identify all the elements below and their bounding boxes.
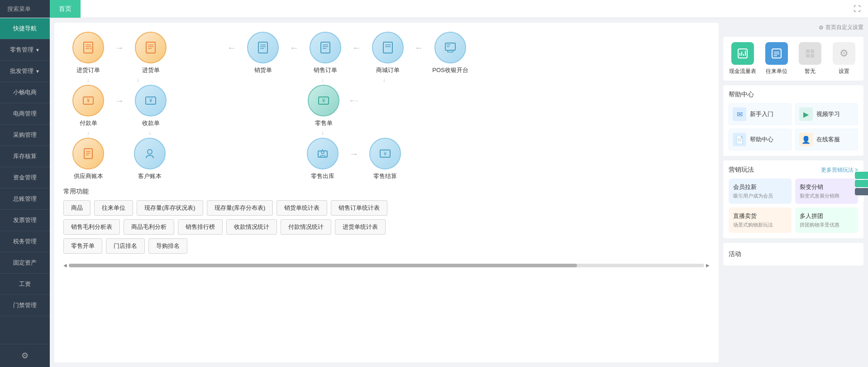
help-grid: ✉ 新手入门 ▶ 视频学习 📄 帮助中心 👤 在线客服 xyxy=(729,103,858,150)
sidebar-item-finance[interactable]: 资金管理 xyxy=(0,167,50,188)
sidebar-item-purchase[interactable]: 采购管理 xyxy=(0,125,50,146)
customize-bar[interactable]: ⚙ 首页自定义设置 xyxy=(723,23,863,32)
float-btn-service[interactable]: 客服热线 xyxy=(855,172,868,179)
spacer-da2 xyxy=(175,76,224,83)
flow-row-3: 供应商账本 客户账本 xyxy=(63,138,710,180)
flow-node-retail-out[interactable]: 零售出库 xyxy=(298,138,348,180)
sidebar-item-inventory[interactable]: 库存核算 xyxy=(0,146,50,167)
common-functions-title: 常用功能 xyxy=(63,188,710,196)
sales-order-icon xyxy=(310,32,341,63)
func-btn-stock-status[interactable]: 现存量(库存状况表) xyxy=(137,200,203,216)
sidebar-gear-icon[interactable]: ⚙ xyxy=(0,344,50,367)
sidebar-item-retail[interactable]: 零售管理 ▼ xyxy=(0,39,50,61)
main-layout: 快捷导航 零售管理 ▼ 批发管理 ▼ 小畅电商 电商管理 采购管理 库存核算 资 xyxy=(0,18,868,367)
flow-node-customer-book[interactable]: 客户账本 xyxy=(125,138,175,180)
tab-home[interactable]: 首页 xyxy=(50,0,81,18)
flow-node-purchase-bill[interactable]: 进货单 xyxy=(126,32,176,74)
flow-node-retail-bill[interactable]: ¥ 零售单 xyxy=(299,85,348,127)
quick-icon-settings[interactable]: ⚙ 设置 xyxy=(830,42,858,75)
func-btn-order-stat[interactable]: 销售订单统计表 xyxy=(331,200,387,216)
help-item-beginner[interactable]: ✉ 新手入门 xyxy=(729,103,792,125)
customize-label: 首页自定义设置 xyxy=(825,24,863,31)
fullscreen-icon[interactable]: ⛶ xyxy=(854,5,861,13)
sidebar-item-invoice[interactable]: 发票管理 xyxy=(0,210,50,231)
spacer-da4 xyxy=(236,76,286,83)
activity-section: 活动 xyxy=(723,243,863,266)
quick-icon-cashflow[interactable]: 现金流量表 xyxy=(729,42,757,75)
payment-label: 付款单 xyxy=(80,119,97,127)
flow-node-retail-settle[interactable]: ¥ 零售结算 xyxy=(360,138,410,180)
sidebar-item-wholesale[interactable]: 批发管理 ▼ xyxy=(0,61,50,82)
svg-rect-34 xyxy=(318,151,327,157)
receipt-icon: ¥ xyxy=(135,85,167,116)
scrollbar: ◀ ▶ xyxy=(63,263,710,268)
sidebar-item-tax[interactable]: 税务管理 xyxy=(0,231,50,252)
dashed-connector: ←· xyxy=(348,96,360,106)
marketing-header: 营销玩法 更多营销玩法 > xyxy=(729,166,858,174)
func-btn-sales-rank[interactable]: 销售排行榜 xyxy=(178,219,223,235)
scroll-right-btn[interactable]: ▶ xyxy=(706,263,710,268)
purchase-bill-label: 进货单 xyxy=(142,66,160,74)
func-btn-purchase-stat[interactable]: 进货单统计表 xyxy=(335,219,386,235)
float-btn-community[interactable]: 服务社区 xyxy=(855,180,868,187)
marketing-grid: 会员拉新 吸引用户成为会员 裂变分销 裂变式发展分销商 直播卖货 场景式购物新玩… xyxy=(729,179,858,233)
payment-icon: ¥ xyxy=(72,85,104,116)
func-btn-goods[interactable]: 商品 xyxy=(63,200,91,216)
sidebar-item-label: 采购管理 xyxy=(13,131,37,139)
flow-node-purchase-order[interactable]: 进货订单 xyxy=(63,32,113,74)
help-label: 帮助中心 xyxy=(750,135,773,144)
func-btn-goods-gross[interactable]: 商品毛利分析 xyxy=(124,219,174,235)
mall-order-label: 商城订单 xyxy=(376,66,400,74)
sidebar-item-xiaochange[interactable]: 小畅电商 xyxy=(0,82,50,103)
content-area: 进货订单 → 进货单 → xyxy=(50,18,868,367)
flow-node-mall-order[interactable]: 商城订单 xyxy=(363,32,413,74)
func-btn-stock-dist[interactable]: 现存量(库存分布表) xyxy=(207,200,273,216)
sidebar-item-ledger[interactable]: 总账管理 xyxy=(0,188,50,210)
marketing-more[interactable]: 更多营销玩法 > xyxy=(821,166,858,174)
spacer8 xyxy=(359,129,409,136)
func-btn-retail-order[interactable]: 零售开单 xyxy=(63,238,102,254)
group-title: 多人拼团 xyxy=(800,212,854,220)
marketing-member[interactable]: 会员拉新 吸引用户成为会员 xyxy=(729,179,792,204)
sidebar-item-assets[interactable]: 固定资产 xyxy=(0,252,50,274)
flow-node-supplier-book[interactable]: 供应商账本 xyxy=(63,138,113,180)
spacer5 xyxy=(236,129,286,136)
quick-icon-none[interactable]: 暂无 xyxy=(796,42,825,75)
gear-settings-icon: ⚙ xyxy=(819,24,824,31)
member-title: 会员拉新 xyxy=(733,183,787,191)
arrow-left-1: → xyxy=(227,43,236,53)
func-btn-receipt-stat[interactable]: 收款情况统计 xyxy=(226,219,277,235)
sidebar-item-ecom[interactable]: 电商管理 xyxy=(0,103,50,125)
sidebar-item-salary[interactable]: 工资 xyxy=(0,274,50,295)
help-item-video[interactable]: ▶ 视频学习 xyxy=(795,103,858,125)
quick-icon-counterparts[interactable]: 往来单位 xyxy=(763,42,791,75)
sidebar-item-label: 资金管理 xyxy=(13,174,37,182)
float-btn-desktop[interactable]: 桌面快捷 xyxy=(855,188,868,195)
marketing-group[interactable]: 多人拼团 拼团购物享受优惠 xyxy=(795,208,858,233)
help-item-service[interactable]: 👤 在线客服 xyxy=(795,129,858,150)
flow-node-sales-bill[interactable]: 销货单 xyxy=(238,32,288,74)
func-btn-sales-stat[interactable]: 销货单统计表 xyxy=(277,200,327,216)
sales-bill-label: 销货单 xyxy=(254,66,272,74)
sidebar-item-label: 工资 xyxy=(19,280,31,288)
flow-node-receipt[interactable]: ¥ 收款单 xyxy=(126,85,176,127)
flow-node-pos[interactable]: POS收银开台 xyxy=(425,32,475,74)
scroll-left-btn[interactable]: ◀ xyxy=(63,263,67,268)
flow-node-sales-order[interactable]: 销售订单 xyxy=(300,32,350,74)
supplier-book-icon xyxy=(72,138,104,169)
func-btn-counterparts[interactable]: 往来单位 xyxy=(94,200,133,216)
scroll-track[interactable] xyxy=(69,264,704,267)
marketing-fission[interactable]: 裂变分销 裂变式发展分销商 xyxy=(795,179,858,204)
func-btn-store-rank[interactable]: 门店排名 xyxy=(106,238,145,254)
help-item-help[interactable]: 📄 帮助中心 xyxy=(729,129,792,150)
sidebar-item-access[interactable]: 门禁管理 xyxy=(0,295,50,316)
sidebar-item-quicknav[interactable]: 快捷导航 xyxy=(0,18,50,39)
func-btn-sales-gross[interactable]: 销售毛利分析表 xyxy=(63,219,120,235)
customer-book-label: 客户账本 xyxy=(138,172,162,180)
func-btn-payment-stat[interactable]: 付款情况统计 xyxy=(281,219,331,235)
customer-book-icon xyxy=(134,138,166,169)
func-btn-guide-rank[interactable]: 导购排名 xyxy=(148,238,187,254)
marketing-live[interactable]: 直播卖货 场景式购物新玩法 xyxy=(729,208,792,233)
flow-node-payment[interactable]: ¥ 付款单 xyxy=(63,85,113,127)
search-menu[interactable]: 搜索菜单 xyxy=(0,0,50,18)
